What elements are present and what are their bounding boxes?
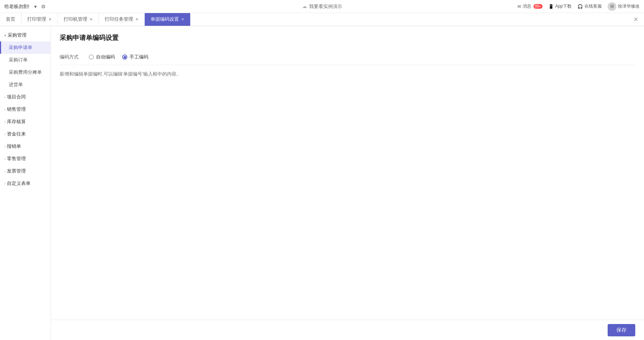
tab-bill-code-settings-close[interactable]: ✕	[181, 17, 184, 22]
sidebar-item-purchase-expense[interactable]: 采购费用分摊单	[0, 66, 51, 78]
sidebar-group-sales-mgmt-label: 销售管理	[7, 106, 26, 113]
hint-text: 新增和编辑单据编时,可以编辑'单据编号'输入框中的内容。	[60, 71, 635, 77]
main-layout: ▾ 采购管理 采购申请单 采购订单 采购费用分摊单 进货单 › 项目合同 › 销…	[0, 26, 644, 340]
top-bar: 给老板勿割! ▾ ⚙ ☁ 我要看实例演示 ✉ 消息 99+ 📱 App下数 🎧 …	[0, 0, 644, 13]
footer-bar: 保存	[51, 320, 644, 340]
radio-auto-label: 自动编码	[96, 54, 115, 60]
headset-icon: 🎧	[577, 4, 583, 9]
radio-manual-encoding[interactable]: 手工编码	[122, 54, 148, 60]
message-badge: 99+	[533, 4, 543, 9]
radio-auto-encoding[interactable]: 自动编码	[89, 54, 115, 60]
sidebar-group-custom-forms[interactable]: › 自定义表单	[0, 177, 51, 190]
tab-printer-mgmt-close[interactable]: ✕	[89, 17, 93, 22]
top-bar-left: 给老板勿割! ▾ ⚙	[4, 3, 47, 10]
arrow-right-icon-custom: ›	[4, 182, 5, 186]
sidebar-item-purchase-order-label: 采购订单	[9, 57, 28, 62]
arrow-down-icon: ▾	[4, 33, 6, 37]
sidebar-group-purchase-mgmt[interactable]: ▾ 采购管理	[0, 29, 51, 41]
sidebar-group-inventory-label: 库存核算	[7, 118, 26, 125]
sidebar-group-project-contract[interactable]: › 项目合同	[0, 91, 51, 103]
online-service-item[interactable]: 🎧 在线客服	[577, 3, 602, 9]
radio-group: 自动编码 手工编码	[89, 54, 148, 60]
cloud-icon: ☁	[302, 4, 307, 9]
tab-bill-code-settings[interactable]: 单据编码设置 ✕	[145, 13, 191, 26]
sidebar-item-purchase-order[interactable]: 采购订单	[0, 54, 51, 66]
sidebar-group-sales-mgmt[interactable]: › 销售管理	[0, 103, 51, 116]
top-bar-center: ☁ 我要看实例演示	[302, 3, 342, 10]
sidebar-group-returns[interactable]: › 报销单	[0, 140, 51, 153]
sidebar-group-invoice-mgmt-label: 发票管理	[7, 168, 26, 174]
radio-auto-circle	[89, 54, 94, 60]
tab-print-mgmt-close[interactable]: ✕	[48, 17, 52, 22]
tab-print-task-mgmt[interactable]: 打印任务管理 ✕	[99, 13, 145, 26]
tab-print-task-mgmt-close[interactable]: ✕	[135, 17, 139, 22]
tab-bill-code-settings-label: 单据编码设置	[151, 16, 179, 23]
encoding-label: 编码方式	[60, 54, 81, 60]
sidebar-item-purchase-expense-label: 采购费用分摊单	[9, 69, 42, 75]
gear-icon[interactable]: ⚙	[40, 3, 47, 10]
tab-home[interactable]: 首页	[0, 13, 21, 26]
tab-bar: 首页 打印管理 ✕ 打印机管理 ✕ 打印任务管理 ✕ 单据编码设置 ✕ ✕	[0, 13, 644, 26]
tab-print-mgmt[interactable]: 打印管理 ✕	[21, 13, 58, 26]
message-icon: ✉	[517, 4, 521, 9]
sidebar-item-purchase-requisition[interactable]: 采购申请单	[0, 41, 51, 54]
app-download-label: App下数	[555, 3, 572, 9]
sidebar: ▾ 采购管理 采购申请单 采购订单 采购费用分摊单 进货单 › 项目合同 › 销…	[0, 26, 51, 340]
arrow-right-icon-invoice: ›	[4, 169, 5, 173]
sidebar-group-capital[interactable]: › 资金往来	[0, 128, 51, 140]
arrow-right-icon-project: ›	[4, 95, 5, 99]
sidebar-group-retail-mgmt[interactable]: › 零售管理	[0, 153, 51, 165]
sidebar-group-purchase-mgmt-label: 采购管理	[8, 32, 27, 39]
content-area: 采购申请单编码设置 编码方式 自动编码 手工编码 新增和编辑单据编时,可以编辑'…	[51, 26, 644, 340]
sidebar-group-inventory[interactable]: › 库存核算	[0, 116, 51, 128]
top-bar-icons: ▾ ⚙	[32, 3, 47, 10]
tab-printer-mgmt-label: 打印机管理	[64, 16, 87, 23]
radio-manual-label: 手工编码	[129, 54, 148, 60]
user-item[interactable]: 徐 徐泽华修改	[608, 2, 640, 11]
message-item[interactable]: ✉ 消息 99+	[517, 3, 543, 9]
arrow-right-icon-sales: ›	[4, 108, 5, 112]
dropdown-icon[interactable]: ▾	[32, 3, 39, 10]
sidebar-item-purchase-requisition-label: 采购申请单	[9, 45, 32, 50]
sidebar-group-custom-forms-label: 自定义表单	[7, 180, 31, 187]
avatar-initials: 徐	[610, 4, 614, 9]
tab-print-mgmt-label: 打印管理	[27, 16, 46, 23]
app-download-item[interactable]: 📱 App下数	[548, 3, 572, 9]
arrow-right-icon-returns: ›	[4, 145, 5, 149]
message-label: 消息	[523, 3, 531, 9]
tab-home-label: 首页	[6, 16, 15, 23]
sidebar-item-stock-in[interactable]: 进货单	[0, 78, 51, 91]
page-title: 采购申请单编码设置	[60, 33, 635, 42]
arrow-right-icon-retail: ›	[4, 157, 5, 161]
sidebar-group-project-contract-label: 项目合同	[7, 94, 26, 100]
app-icon: 📱	[548, 4, 554, 9]
encoding-row: 编码方式 自动编码 手工编码	[60, 49, 635, 65]
online-service-label: 在线客服	[584, 3, 602, 9]
avatar: 徐	[608, 2, 616, 11]
top-bar-right: ✉ 消息 99+ 📱 App下数 🎧 在线客服 徐 徐泽华修改	[517, 2, 640, 11]
app-title: 给老板勿割!	[4, 3, 29, 10]
sidebar-item-stock-in-label: 进货单	[9, 82, 23, 87]
tab-print-task-mgmt-label: 打印任务管理	[105, 16, 133, 23]
sidebar-group-invoice-mgmt[interactable]: › 发票管理	[0, 165, 51, 177]
arrow-right-icon-inventory: ›	[4, 120, 5, 124]
radio-manual-circle	[122, 54, 127, 60]
sidebar-group-capital-label: 资金往来	[7, 131, 26, 137]
arrow-right-icon-capital: ›	[4, 132, 5, 136]
content-inner: 采购申请单编码设置 编码方式 自动编码 手工编码 新增和编辑单据编时,可以编辑'…	[51, 26, 644, 320]
tab-bar-close-icon[interactable]: ✕	[628, 16, 644, 23]
sidebar-group-retail-mgmt-label: 零售管理	[7, 155, 26, 162]
demo-text[interactable]: 我要看实例演示	[309, 3, 342, 10]
user-label: 徐泽华修改	[618, 3, 640, 9]
sidebar-group-returns-label: 报销单	[7, 143, 21, 150]
save-button[interactable]: 保存	[608, 324, 635, 336]
tab-printer-mgmt[interactable]: 打印机管理 ✕	[58, 13, 99, 26]
